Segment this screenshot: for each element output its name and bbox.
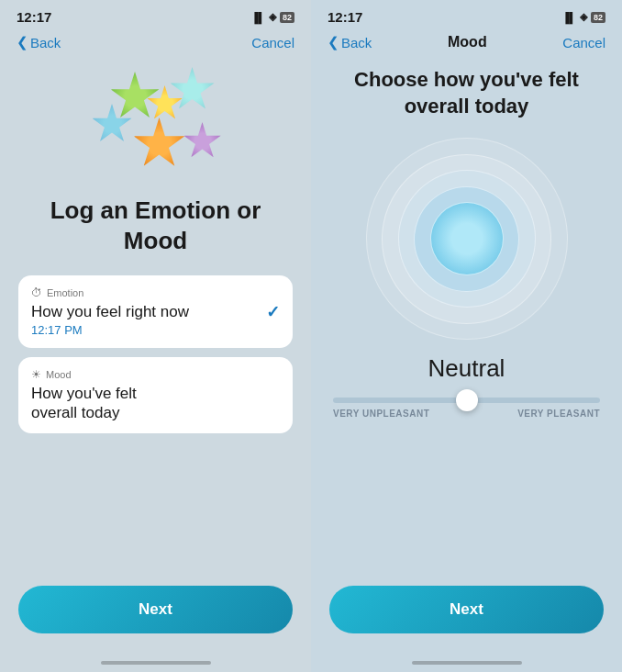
main-title: Log an Emotion or Mood (18, 196, 293, 255)
right-nav-bar: ❮ Back Mood Cancel (311, 30, 622, 58)
slider-min-label: VERY UNPLEASANT (333, 409, 429, 419)
right-screen: 12:17 ▐▌ ◈ 82 ❮ Back Mood Cancel Choose … (311, 0, 622, 672)
left-back-button[interactable]: ❮ Back (17, 34, 61, 50)
emotion-card-title: How you feel right now (31, 303, 280, 321)
left-status-icons: ▐▌ ◈ 82 (250, 11, 294, 23)
chevron-left-icon: ❮ (17, 34, 28, 50)
flower-green (110, 72, 161, 122)
left-home-indicator (101, 661, 211, 665)
slider-track (333, 398, 600, 403)
right-time: 12:17 (328, 9, 362, 25)
flowers-illustration (83, 67, 229, 186)
left-cancel-button[interactable]: Cancel (251, 35, 294, 50)
right-home-indicator (412, 661, 522, 665)
mood-card-label: ☀ Mood (31, 368, 280, 381)
right-signal-icon: ▐▌ (561, 12, 576, 23)
left-next-button[interactable]: Next (18, 586, 293, 633)
right-cancel-button[interactable]: Cancel (562, 35, 605, 50)
right-battery-badge: 82 (591, 12, 605, 23)
battery-badge: 82 (280, 12, 294, 23)
emotion-card-label: ⏱ Emotion (31, 286, 280, 299)
left-nav-bar: ❮ Back Cancel (0, 30, 311, 58)
left-screen: 12:17 ▐▌ ◈ 82 ❮ Back Cancel Log an Emoti… (0, 0, 311, 672)
signal-icon: ▐▌ (250, 12, 265, 23)
right-status-icons: ▐▌ ◈ 82 (561, 11, 605, 23)
left-time: 12:17 (17, 9, 51, 25)
flower-orange (133, 118, 186, 171)
left-status-bar: 12:17 ▐▌ ◈ 82 (0, 0, 311, 30)
choose-title: Choose how you've feltoverall today (354, 67, 579, 119)
right-nav-title: Mood (448, 34, 487, 50)
mood-icon: ☀ (31, 368, 41, 381)
flower-blue-light (170, 67, 216, 113)
right-status-bar: 12:17 ▐▌ ◈ 82 (311, 0, 622, 30)
slider-thumb[interactable] (456, 389, 478, 411)
right-content: Choose how you've feltoverall today Neut… (311, 58, 622, 424)
option-cards: ⏱ Emotion How you feel right now 12:17 P… (18, 275, 293, 433)
emotion-check-icon: ✓ (266, 302, 280, 322)
right-back-label: Back (341, 35, 372, 50)
mood-card[interactable]: ☀ Mood How you've feltoverall today (18, 357, 293, 433)
mood-current-label: Neutral (428, 354, 505, 383)
mood-card-title: How you've feltoverall today (31, 385, 280, 422)
right-next-button[interactable]: Next (329, 586, 604, 633)
emotion-card[interactable]: ⏱ Emotion How you feel right now 12:17 P… (18, 275, 293, 348)
left-back-label: Back (30, 35, 61, 50)
wifi-icon: ◈ (269, 11, 276, 23)
ring-5 (430, 202, 504, 275)
right-wifi-icon: ◈ (580, 11, 587, 23)
left-content: Log an Emotion or Mood ⏱ Emotion How you… (0, 58, 311, 452)
slider-max-label: VERY PLEASANT (517, 409, 600, 419)
mood-rings-visualization (366, 138, 568, 340)
mood-slider-container: VERY UNPLEASANT VERY PLEASANT (329, 398, 604, 419)
flower-purple (183, 122, 222, 161)
right-chevron-left-icon: ❮ (328, 34, 339, 50)
right-back-button[interactable]: ❮ Back (328, 34, 372, 50)
emotion-icon: ⏱ (31, 286, 42, 299)
emotion-card-time: 12:17 PM (31, 323, 280, 337)
